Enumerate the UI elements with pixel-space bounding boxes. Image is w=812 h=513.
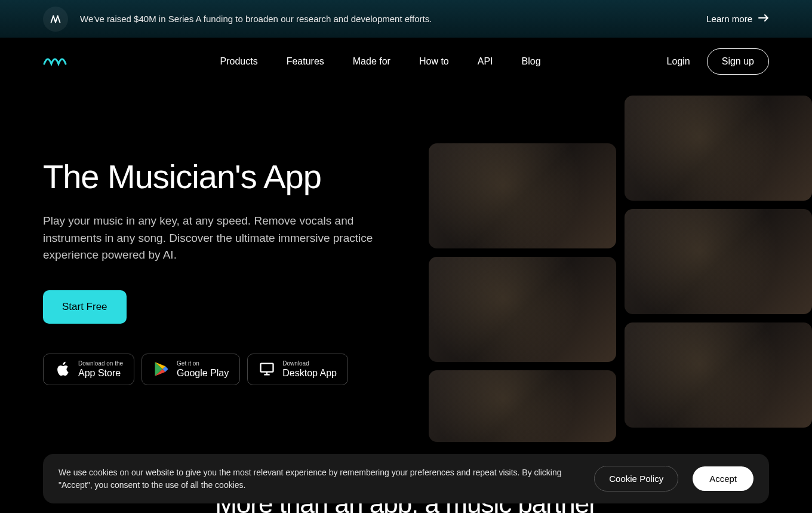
musician-image: [625, 96, 812, 201]
app-store-top-text: Download on the: [78, 360, 123, 367]
musician-image: [429, 143, 616, 248]
image-column-2: [625, 96, 812, 442]
google-play-button[interactable]: Get it on Google Play: [142, 354, 240, 385]
app-store-bottom-text: App Store: [78, 367, 123, 379]
svg-rect-0: [261, 364, 273, 372]
hero-title: The Musician's App: [43, 157, 401, 196]
primary-nav: Products Features Made for How to API Bl…: [220, 56, 541, 67]
desktop-top-text: Download: [282, 360, 337, 367]
musician-image: [625, 322, 812, 428]
nav-auth-group: Login Sign up: [667, 48, 769, 75]
arrow-right-icon: [758, 13, 769, 25]
desktop-icon: [259, 361, 275, 377]
apple-icon: [54, 361, 71, 377]
main-header: Products Features Made for How to API Bl…: [0, 38, 812, 85]
start-free-button[interactable]: Start Free: [43, 290, 127, 324]
signup-button[interactable]: Sign up: [707, 48, 769, 75]
musician-image: [429, 257, 616, 362]
google-play-icon: [153, 361, 170, 377]
hero-description: Play your music in any key, at any speed…: [43, 213, 377, 264]
announcement-link-label: Learn more: [706, 14, 752, 24]
cookie-banner: We use cookies on our website to give yo…: [43, 454, 769, 503]
hero-image-grid: [429, 96, 812, 442]
nav-how-to[interactable]: How to: [419, 56, 449, 67]
cookie-policy-button[interactable]: Cookie Policy: [594, 466, 678, 492]
login-link[interactable]: Login: [667, 56, 690, 67]
nav-features[interactable]: Features: [287, 56, 324, 67]
google-play-bottom-text: Google Play: [177, 367, 229, 379]
announcement-bar: We've raised $40M in Series A funding to…: [0, 0, 812, 38]
cookie-accept-button[interactable]: Accept: [693, 466, 753, 491]
brand-logo[interactable]: [43, 52, 67, 71]
nav-api[interactable]: API: [478, 56, 493, 67]
announcement-logo-icon: [43, 7, 68, 32]
nav-blog[interactable]: Blog: [522, 56, 541, 67]
announcement-text: We've raised $40M in Series A funding to…: [80, 14, 432, 24]
nav-made-for[interactable]: Made for: [353, 56, 390, 67]
desktop-app-button[interactable]: Download Desktop App: [247, 354, 348, 385]
nav-products[interactable]: Products: [220, 56, 258, 67]
hero-content: The Musician's App Play your music in an…: [43, 157, 401, 385]
app-store-button[interactable]: Download on the App Store: [43, 354, 134, 385]
announcement-learn-more-link[interactable]: Learn more: [706, 13, 769, 25]
musician-image: [625, 209, 812, 314]
musician-image: [429, 370, 616, 442]
desktop-bottom-text: Desktop App: [282, 367, 337, 379]
google-play-top-text: Get it on: [177, 360, 229, 367]
announcement-content: We've raised $40M in Series A funding to…: [43, 7, 432, 32]
store-button-group: Download on the App Store Get it on Goog…: [43, 354, 401, 385]
cookie-text: We use cookies on our website to give yo…: [59, 466, 580, 492]
image-column-1: [429, 143, 616, 442]
